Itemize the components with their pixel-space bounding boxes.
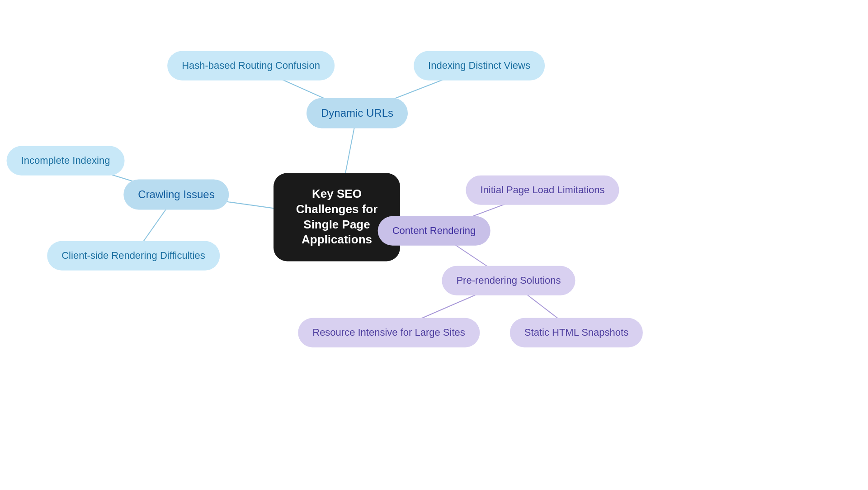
mind-map: Key SEO Challenges for Single Page Appli… — [0, 0, 868, 490]
content-rendering-node: Content Rendering — [378, 216, 491, 246]
indexing-distinct-node: Indexing Distinct Views — [414, 51, 545, 81]
initial-page-load-node: Initial Page Load Limitations — [466, 176, 619, 205]
pre-rendering-node: Pre-rendering Solutions — [442, 266, 575, 295]
hash-routing-node: Hash-based Routing Confusion — [167, 51, 335, 81]
dynamic-urls-node: Dynamic URLs — [307, 98, 408, 128]
resource-intensive-node: Resource Intensive for Large Sites — [298, 318, 480, 347]
incomplete-indexing-node: Incomplete Indexing — [7, 146, 125, 176]
crawling-issues-node: Crawling Issues — [123, 179, 229, 209]
center-node: Key SEO Challenges for Single Page Appli… — [274, 173, 400, 261]
static-html-node: Static HTML Snapshots — [510, 318, 643, 347]
client-side-rendering-node: Client-side Rendering Difficulties — [47, 241, 220, 271]
